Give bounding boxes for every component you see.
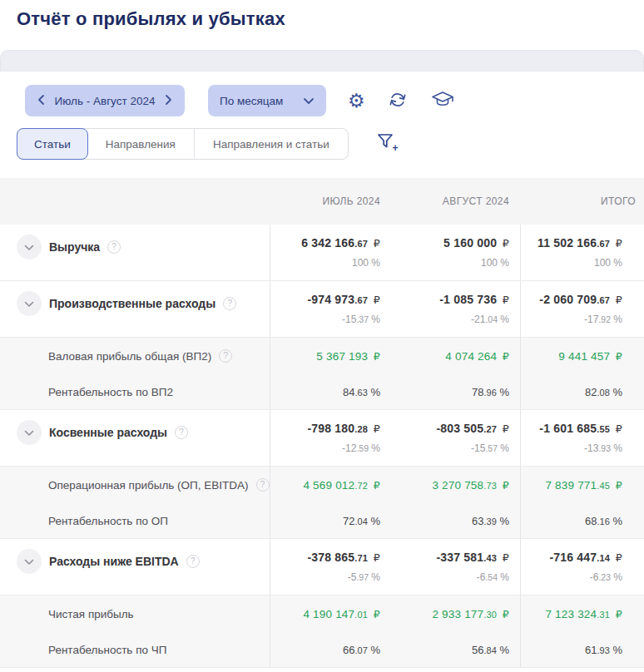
cell-amount: -1 085 736 ₽ xyxy=(439,293,509,306)
help-icon[interactable]: ? xyxy=(256,478,270,492)
cell-amount: -716 447.14 ₽ xyxy=(549,551,622,564)
cell-amount: 9 441 457 ₽ xyxy=(558,350,622,363)
cell-amount: -337 581.43 ₽ xyxy=(436,551,509,564)
cell-percent: 68.16 % xyxy=(585,515,622,527)
tab-directions[interactable]: Направления xyxy=(87,129,194,159)
help-icon[interactable]: ? xyxy=(223,297,236,310)
refresh-button[interactable] xyxy=(387,89,409,113)
page-title: Отчёт о прибылях и убытках xyxy=(17,8,627,30)
refresh-icon xyxy=(387,89,409,113)
row-label: Рентабельность по ВП2 xyxy=(48,386,173,398)
cell-percent: 82.08 % xyxy=(585,386,622,398)
value-cell: 11 502 166.67 ₽100 % xyxy=(520,225,644,280)
row-label: Операционная прибыль (ОП, EBITDA) xyxy=(48,479,249,492)
row-expand-toggle[interactable] xyxy=(17,235,42,259)
toolbar: Июль - Август 2024 По месяцам ⚙ xyxy=(0,85,644,116)
value-cell: 56.84 % xyxy=(391,632,520,667)
svg-text:+: + xyxy=(392,142,398,154)
row-label: Рентабельность по ЧП xyxy=(48,644,166,656)
help-icon[interactable]: ? xyxy=(175,426,188,439)
help-icon[interactable]: ? xyxy=(107,240,121,254)
tab-articles[interactable]: Статьи xyxy=(17,128,88,160)
table-body: Выручка?6 342 166.67 ₽100 %5 160 000 ₽10… xyxy=(0,225,644,668)
help-icon[interactable]: ? xyxy=(186,555,200,568)
chevron-down-icon xyxy=(24,556,34,568)
value-cell: 4 074 264 ₽ xyxy=(391,338,520,374)
period-prev-button[interactable] xyxy=(35,92,47,110)
chevron-down-icon xyxy=(303,95,315,107)
column-header-total: ИТОГО xyxy=(520,195,644,207)
chevron-right-icon xyxy=(165,94,173,108)
period-next-button[interactable] xyxy=(163,92,175,110)
settings-button[interactable]: ⚙ xyxy=(348,91,365,111)
cell-amount: 2 933 177.30 ₽ xyxy=(432,608,509,620)
table-row: Выручка?6 342 166.67 ₽100 %5 160 000 ₽10… xyxy=(0,225,644,281)
value-cell: 5 160 000 ₽100 % xyxy=(391,225,520,280)
cell-percent: -17.92 % xyxy=(584,314,622,325)
value-cell: 66.07 % xyxy=(270,632,391,667)
table-row: Расходы ниже EBITDA?-378 865.71 ₽-5.97 %… xyxy=(0,539,644,595)
cell-amount: 7 839 771.45 ₽ xyxy=(545,479,622,492)
value-cell: 61.93 % xyxy=(520,632,644,667)
row-label-cell: Рентабельность по ВП2 xyxy=(0,374,270,409)
value-cell: -974 973.67 ₽-15.37 % xyxy=(270,281,391,337)
cell-percent: 63.39 % xyxy=(472,515,509,527)
value-cell: 4 569 012.72 ₽ xyxy=(270,467,391,503)
row-expand-toggle[interactable] xyxy=(17,420,42,445)
education-button[interactable] xyxy=(430,89,455,113)
value-cell: 9 441 457 ₽ xyxy=(520,338,644,374)
cell-amount: -2 060 709.67 ₽ xyxy=(539,293,622,306)
row-label-cell: Операционная прибыль (ОП, EBITDA)? xyxy=(0,467,270,503)
report-table: ИЮЛЬ 2024 АВГУСТ 2024 ИТОГО Выручка?6 34… xyxy=(0,178,644,668)
cell-percent: -6.54 % xyxy=(477,571,509,583)
row-label: Расходы ниже EBITDA xyxy=(49,549,179,574)
value-cell: 7 123 324.31 ₽ xyxy=(520,595,644,632)
row-expand-toggle[interactable] xyxy=(17,291,42,316)
help-icon[interactable]: ? xyxy=(219,349,232,363)
tab-label: Направления xyxy=(106,138,176,151)
table-row: Рентабельность по ОП72.04 %63.39 %68.16 … xyxy=(0,503,644,539)
row-label-cell: Чистая прибыль xyxy=(0,595,270,632)
tab-label: Статьи xyxy=(34,138,71,151)
column-header-july: ИЮЛЬ 2024 xyxy=(270,195,391,207)
period-selector[interactable]: Июль - Август 2024 xyxy=(25,85,185,116)
chevron-left-icon xyxy=(37,94,45,108)
cell-percent: -21.04 % xyxy=(471,314,509,325)
cell-amount: -974 973.67 ₽ xyxy=(307,293,380,306)
chevron-down-icon xyxy=(24,298,34,310)
chevron-down-icon xyxy=(24,241,34,254)
tabs-row: СтатьиНаправленияНаправления и статьи + xyxy=(17,128,644,160)
table-row: Рентабельность по ЧП66.07 %56.84 %61.93 … xyxy=(0,632,644,668)
row-label-cell: Выручка? xyxy=(0,225,270,280)
row-label-cell: Расходы ниже EBITDA? xyxy=(0,539,270,595)
value-cell: -378 865.71 ₽-5.97 % xyxy=(270,539,391,595)
value-cell: 2 933 177.30 ₽ xyxy=(391,595,520,632)
cell-amount: -1 601 685.55 ₽ xyxy=(539,422,622,435)
table-row: Рентабельность по ВП284.63 %78.96 %82.08… xyxy=(0,374,644,410)
filter-button[interactable]: + xyxy=(375,131,400,156)
cell-amount: 11 502 166.67 ₽ xyxy=(537,236,622,250)
column-header-august: АВГУСТ 2024 xyxy=(391,195,520,207)
cell-percent: 100 % xyxy=(594,257,622,269)
row-label: Чистая прибыль xyxy=(48,608,134,620)
value-cell: 4 190 147.01 ₽ xyxy=(270,595,391,632)
row-label: Косвенные расходы xyxy=(49,420,167,445)
value-cell: -716 447.14 ₽-6.23 % xyxy=(520,539,644,595)
cell-percent: -15.37 % xyxy=(342,314,380,325)
value-cell: -2 060 709.67 ₽-17.92 % xyxy=(520,281,644,337)
cell-percent: 100 % xyxy=(481,257,509,269)
row-label-cell: Рентабельность по ЧП xyxy=(0,632,270,667)
row-label-cell: Рентабельность по ОП xyxy=(0,503,270,538)
cell-amount: -798 180.28 ₽ xyxy=(307,422,380,435)
value-cell: 68.16 % xyxy=(520,503,644,538)
value-cell: 78.96 % xyxy=(391,374,520,409)
grouping-dropdown[interactable]: По месяцам xyxy=(208,85,326,116)
row-expand-toggle[interactable] xyxy=(17,549,42,574)
chevron-down-icon xyxy=(24,427,34,439)
cell-percent: 100 % xyxy=(352,257,380,269)
tab-directions-and-articles[interactable]: Направления и статьи xyxy=(194,129,348,159)
row-label: Выручка xyxy=(49,235,100,259)
graduation-cap-icon xyxy=(430,89,455,113)
cell-percent: 84.63 % xyxy=(343,386,380,398)
cell-percent: 66.07 % xyxy=(343,644,380,656)
